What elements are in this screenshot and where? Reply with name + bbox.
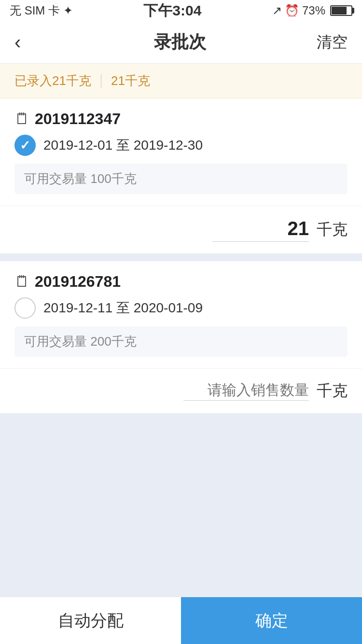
page-title: 录批次 (154, 30, 206, 54)
status-bar: 无 SIM 卡 ✦ 下午3:04 ↗ ⏰ 73% (0, 0, 362, 21)
batch-1-date-row[interactable]: ✓ 2019-12-01 至 2019-12-30 (14, 135, 348, 156)
batch-2-input-wrapper[interactable] (14, 382, 309, 401)
batch-2-avail-row: 可用交易量 200千克 (14, 326, 348, 357)
batch-1-doc-icon: 🗒 (14, 110, 30, 128)
section-separator (0, 253, 362, 261)
batch-2-avail-text: 可用交易量 200千克 (24, 334, 137, 349)
batch-1-qty-row: 21 千克 (0, 206, 362, 253)
auto-allocate-button[interactable]: 自动分配 (0, 597, 181, 644)
batch-2-date: 2019-12-11 至 2020-01-09 (43, 299, 203, 317)
batch-1-qty-unit: 千克 (317, 219, 348, 240)
batch-2-radio[interactable] (14, 297, 36, 319)
content-area: 已录入21千克 21千克 🗒 2019112347 ✓ 2019-12-01 至… (0, 64, 362, 644)
batch-1-date: 2019-12-01 至 2019-12-30 (43, 136, 203, 154)
nav-bar: ‹ 录批次 清空 (0, 21, 362, 64)
batch-1-avail-text: 可用交易量 100千克 (24, 171, 137, 186)
battery-percent: 73% (302, 4, 325, 17)
summary-label: 已录入21千克 (14, 72, 91, 89)
batch-2-qty-input[interactable] (14, 382, 309, 398)
no-sim-text: 无 SIM 卡 ✦ (10, 3, 73, 18)
batch-1-qty-input-wrapper[interactable]: 21 (212, 218, 309, 242)
batch-1-avail-row: 可用交易量 100千克 (14, 164, 348, 194)
location-icon: ↗ (272, 4, 282, 17)
batch-2-doc-icon: 🗒 (14, 273, 30, 291)
batch-1-qty-underline (212, 241, 309, 242)
batch-2-id: 2019126781 (35, 273, 121, 291)
back-button[interactable]: ‹ (14, 31, 43, 53)
batch-1-id-row: 🗒 2019112347 (14, 110, 348, 128)
summary-banner: 已录入21千克 21千克 (0, 64, 362, 98)
clock-icon: ⏰ (285, 4, 299, 17)
batch-card-1: 🗒 2019112347 ✓ 2019-12-01 至 2019-12-30 可… (0, 98, 362, 206)
summary-value: 21千克 (111, 72, 150, 89)
batch-2-qty-unit: 千克 (317, 380, 348, 402)
batch-card-2: 🗒 2019126781 2019-12-11 至 2020-01-09 可用交… (0, 261, 362, 368)
batch-1-id: 2019112347 (35, 110, 121, 128)
batch-2-qty-row[interactable]: 千克 (0, 368, 362, 413)
bottom-bar: 自动分配 确定 (0, 597, 362, 644)
batch-1-qty-value: 21 (270, 218, 309, 239)
batch-2-date-row[interactable]: 2019-12-11 至 2020-01-09 (14, 297, 348, 319)
clear-button[interactable]: 清空 (317, 32, 348, 53)
batch-2-qty-underline (183, 400, 309, 401)
status-right: ↗ ⏰ 73% (272, 4, 352, 17)
battery-icon (330, 5, 352, 16)
batch-1-radio[interactable]: ✓ (14, 135, 36, 156)
confirm-button[interactable]: 确定 (181, 597, 362, 644)
status-time: 下午3:04 (143, 1, 201, 21)
summary-divider (101, 74, 101, 88)
batch-2-id-row: 🗒 2019126781 (14, 273, 348, 291)
batch-1-check-icon: ✓ (20, 138, 30, 153)
status-left: 无 SIM 卡 ✦ (10, 3, 73, 18)
